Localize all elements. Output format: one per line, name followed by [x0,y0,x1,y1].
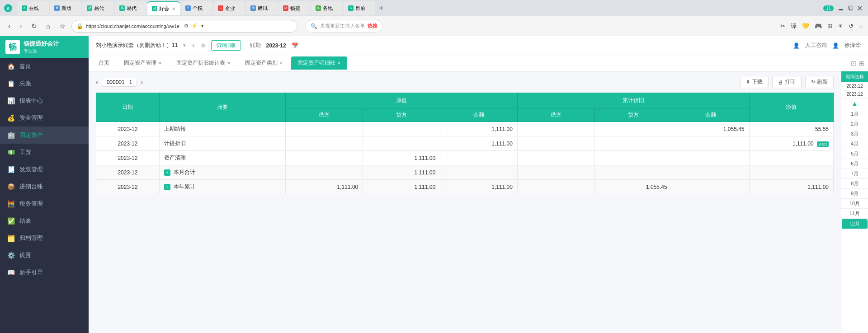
tab-asset-mgmt[interactable]: 固定资产管理 ✕ [118,56,168,70]
settings-small-icon[interactable]: ⚙ [201,42,206,49]
reload-btn[interactable]: ↻ [28,20,40,32]
period-month-7[interactable]: 7月 [841,169,868,179]
period-date-2[interactable]: 2023.12 [841,90,868,98]
archive-icon: 🗂️ [7,235,15,242]
tab-xinban[interactable]: 新 新版 [50,1,81,15]
minimize-icon[interactable]: 🗕 [837,4,844,12]
close-icon[interactable]: ✕ [857,4,863,13]
url-bar[interactable]: 🔒 https://cloud.chanjet.com/accounting/u… [71,20,297,33]
shrink-icon[interactable]: ⊡ [851,60,856,67]
bookmark-btn[interactable]: ☆ [57,20,68,32]
period-up-arrow[interactable]: ▲ [841,98,868,109]
print-btn[interactable]: 🖨 打印 [772,76,802,88]
dropdown-arrow-icon[interactable]: ▾ [201,23,204,29]
tab-asset-category[interactable]: 固定资产类别 ✕ [239,56,289,70]
sidebar-item-archive[interactable]: 🗂️ 归档管理 [0,230,89,247]
period-month-6[interactable]: 6月 [841,159,868,169]
search-bar[interactable]: 🔍 央视更新主持人名单 热搜 [306,20,382,33]
period-month-5[interactable]: 5月 [841,149,868,159]
period-month-10[interactable]: 10月 [841,199,868,209]
guide-icon: 📖 [7,269,15,276]
tab-asset-category-close[interactable]: ✕ [279,61,283,66]
tab-changjie[interactable]: M 畅捷 [278,1,310,15]
sidebar-item-reports[interactable]: 📊 报表中心 [0,92,89,109]
tab-depreciation-label: 固定资产折旧统计表 [176,59,225,67]
sidebar-item-guide[interactable]: 📖 新手引导 [0,264,89,281]
period-panel-title: 期间选择 [841,71,868,82]
expand-icon[interactable]: ⊞ [859,60,864,67]
tab-qiye[interactable]: C 企业 [213,1,245,15]
switch-version-btn[interactable]: 切到旧版 [211,40,241,51]
period-month-4[interactable]: 4月 [841,139,868,149]
wallet-icon[interactable]: 💛 [802,23,809,29]
tab-asset-detail-close[interactable]: ✕ [337,61,341,66]
main-table-area: ‹ 000001 1 › ⬇ 下载 [89,71,841,333]
row1-orig-debit [286,122,363,136]
tab-muqian-label: 目前 [355,5,365,12]
tab-depreciation[interactable]: 固定资产折旧统计表 ✕ [170,56,237,70]
sidebar-item-tax[interactable]: 🧮 税务管理 [0,195,89,212]
sidebar-item-closing[interactable]: ✅ 结账 [0,212,89,230]
new-tab-btn[interactable]: + [376,4,387,13]
translate-icon[interactable]: 译 [791,22,797,30]
game-icon[interactable]: 🎮 [815,23,822,29]
tab-yidai1[interactable]: 易 易代 [82,1,114,15]
browser-toolbar: ✂ 译 💛 🎮 ⊞ ☀ ↺ ≡ [780,22,863,30]
dropdown-icon[interactable]: ▾ [183,42,186,48]
period-month-3[interactable]: 3月 [841,129,868,139]
history-icon[interactable]: ↺ [849,23,854,29]
lock-icon: 🔒 [76,23,83,29]
tab-haohui[interactable]: 好 好会 ✕ [147,1,180,15]
period-month-1[interactable]: 1月 [841,109,868,119]
download-label: 下载 [752,78,763,86]
period-month-2[interactable]: 2月 [841,119,868,129]
tab-tengxun[interactable]: 腾 腾讯 [246,1,278,15]
tab-home[interactable]: 首页 [92,56,116,70]
home-btn[interactable]: ⌂ [43,20,53,32]
help-text[interactable]: 人工咨询 [805,42,827,49]
add-account-btn[interactable]: + [191,42,195,49]
prev-page-btn[interactable]: ‹ [96,79,98,86]
sidebar-item-assets[interactable]: 🏢 固定资产 [0,127,89,144]
period-month-12[interactable]: 12月 [842,219,868,229]
period-month-8[interactable]: 8月 [841,179,868,189]
sidebar-item-inventory[interactable]: 📦 进销台账 [0,178,89,195]
sun-icon[interactable]: ☀ [838,23,843,29]
grid-icon[interactable]: ⊞ [827,23,832,29]
tab-haohui-close[interactable]: ✕ [172,6,175,11]
sidebar-label-home: 首页 [19,62,31,70]
next-page-btn[interactable]: › [141,79,143,86]
tab-maximize-btn[interactable]: ⊡ ⊞ [851,60,864,67]
lightning-icon[interactable]: ⚡ [191,23,198,29]
sidebar-item-home[interactable]: 🏠 首页 [0,58,89,75]
tab-zaixian[interactable]: e 在线 [17,1,49,15]
download-btn[interactable]: ⬇ 下载 [740,76,769,88]
period-date-1[interactable]: 2023.12 [841,82,868,90]
row2-accum-balance [672,136,749,151]
tab-yidai2[interactable]: 易 易代 [115,1,146,15]
tab-depreciation-close[interactable]: ✕ [227,61,231,66]
tab-geshui[interactable]: 个 个税 [181,1,212,15]
sidebar-item-funds[interactable]: 💰 资金管理 [0,109,89,127]
tab-muqian[interactable]: S 目前 [344,1,375,15]
site-info-icon[interactable]: ⚙ [184,23,189,29]
data-table: 日期 摘要 原值 累计折旧 净值 借方 贷方 余额 借方 贷方 余额 [96,93,834,194]
tab-asset-mgmt-close[interactable]: ✕ [158,61,162,66]
sidebar-item-invoice[interactable]: 🧾 发票管理 [0,161,89,178]
row1-orig-balance: 1,111.00 [440,122,518,136]
back-btn[interactable]: ‹ [5,20,13,32]
restore-icon[interactable]: ⧉ [848,4,853,12]
calendar-icon[interactable]: 📅 [292,42,298,49]
scissors-icon[interactable]: ✂ [780,23,785,29]
tab-asset-detail[interactable]: 固定资产明细账 ✕ [291,56,347,70]
row5-accum-debit [517,180,594,194]
refresh-btn[interactable]: ↻ 刷新 [805,76,834,88]
period-month-9[interactable]: 9月 [841,189,868,199]
sidebar-item-settings[interactable]: ⚙️ 设置 [0,247,89,264]
sidebar-item-ledger[interactable]: 📋 总账 [0,75,89,92]
menu-icon[interactable]: ≡ [859,23,863,29]
sidebar-item-salary[interactable]: 💵 工资 [0,144,89,161]
forward-btn[interactable]: › [17,20,24,32]
period-month-11[interactable]: 11月 [841,209,868,219]
tab-gedi[interactable]: 各 各地 [311,1,343,15]
